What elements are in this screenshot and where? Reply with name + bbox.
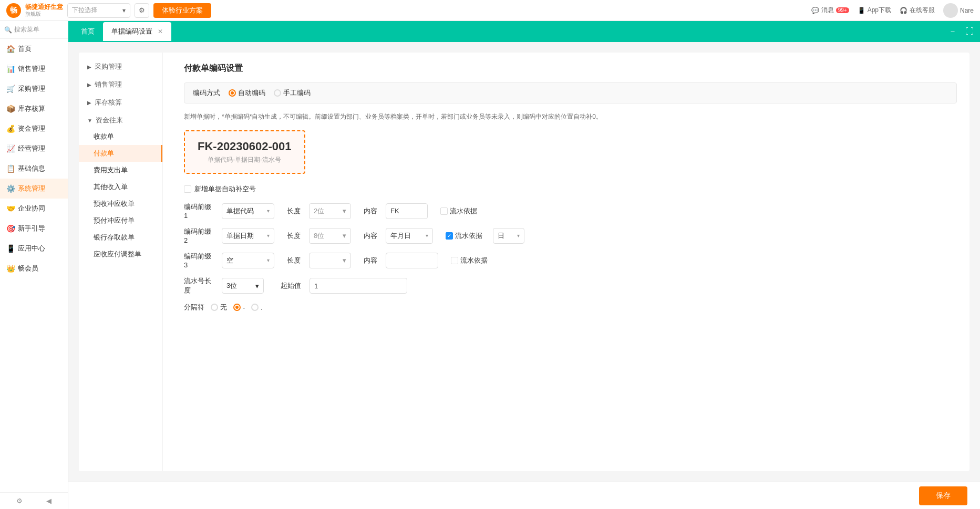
sub-menu-item-adjust[interactable]: 应收应付调整单: [79, 246, 162, 263]
sub-menu-header-purchase[interactable]: ▶ 采购管理: [79, 59, 162, 75]
code-preview-sub: 单据代码-单据日期-流水号: [198, 155, 292, 164]
collapse-icon[interactable]: ◀: [46, 497, 51, 505]
sidebar-item-enterprise[interactable]: 🤝 企业协同: [0, 199, 68, 219]
auto-code-radio[interactable]: 自动编码: [229, 88, 265, 98]
sidebar-item-inventory[interactable]: 📦 库存核算: [0, 99, 68, 119]
sub-menu-group-inventory: ▶ 库存核算: [79, 95, 162, 110]
tabbar-right: － ⛶: [946, 25, 976, 38]
sidebar-item-home[interactable]: 🏠 首页: [0, 39, 68, 59]
prefix2-length-select[interactable]: 8位 ▾: [309, 228, 351, 244]
manual-code-radio[interactable]: 手工编码: [274, 88, 311, 98]
tab-close-icon[interactable]: ✕: [158, 28, 163, 35]
prefix1-content-input: FK: [386, 203, 428, 219]
new-record-checkbox[interactable]: [184, 185, 191, 193]
sub-menu-header-inventory[interactable]: ▶ 库存核算: [79, 95, 162, 110]
tab-home[interactable]: 首页: [73, 22, 103, 41]
prefix2-arrow-icon: ▾: [267, 233, 270, 238]
experience-btn[interactable]: 体验行业方案: [153, 3, 211, 18]
prefix2-period-select[interactable]: 日 ▾: [493, 228, 524, 244]
prefix2-select[interactable]: 单据日期 ▾: [222, 228, 274, 244]
prefix3-length-label: 长度: [287, 256, 301, 265]
prefix1-serial-checkbox[interactable]: 流水依据: [440, 206, 477, 216]
sep-none-option[interactable]: 无: [211, 303, 227, 312]
main-layout: 🔍 搜索菜单 🏠 首页 📊 销售管理 🛒 采购管理 📦 库存核算 💰 资金管理 …: [0, 21, 980, 509]
arrow-right-icon: ▶: [87, 64, 91, 70]
sub-menu-item-pre-receive[interactable]: 预收冲应收单: [79, 195, 162, 212]
sub-menu-item-receipt[interactable]: 收款单: [79, 128, 162, 145]
encoding-mode-label: 编码方式: [193, 88, 220, 98]
serial-length-select[interactable]: 3位 ▾: [222, 278, 264, 294]
prefix3-length-select[interactable]: ▾: [309, 253, 351, 268]
prefix3-select[interactable]: 空 ▾: [222, 253, 274, 268]
basic-icon: 📋: [6, 164, 15, 173]
prefix3-serial-checkbox[interactable]: 流水依据: [451, 256, 488, 265]
save-button[interactable]: 保存: [919, 486, 967, 505]
sub-menu-item-other-income[interactable]: 其他收入单: [79, 179, 162, 195]
sidebar-item-finance[interactable]: 💰 资金管理: [0, 119, 68, 139]
system-icon: ⚙️: [6, 184, 15, 193]
sidebar-item-member[interactable]: 👑 畅会员: [0, 258, 68, 278]
sidebar-item-appstore[interactable]: 📱 应用中心: [0, 238, 68, 258]
prefix1-select[interactable]: 单据代码 ▾: [222, 203, 274, 219]
sub-menu-item-bank-deposit[interactable]: 银行存取款单: [79, 229, 162, 246]
prefix3-length-arrow-icon: ▾: [343, 256, 346, 264]
separator-row: 分隔符 无 - .: [184, 303, 957, 312]
sidebar-search[interactable]: 🔍 搜索菜单: [0, 21, 68, 39]
message-icon: 💬: [811, 7, 819, 14]
prefix2-content-select[interactable]: 年月日 ▾: [386, 228, 433, 244]
purchase-icon: 🛒: [6, 85, 15, 93]
code-preview-main: FK-20230602-001: [198, 140, 292, 153]
prefix1-length-select[interactable]: 2位 ▾: [309, 203, 351, 219]
sub-menu: ▶ 采购管理 ▶ 销售管理 ▶ 库存核算: [79, 53, 163, 471]
minimize-icon[interactable]: －: [946, 25, 959, 38]
sub-menu-header-sales[interactable]: ▶ 销售管理: [79, 77, 162, 92]
finance-icon: 💰: [6, 124, 15, 133]
tabbar: 首页 单据编码设置 ✕ － ⛶: [68, 21, 980, 42]
sidebar-item-guide[interactable]: 🎯 新手引导: [0, 219, 68, 238]
settings-icon[interactable]: ⚙: [135, 3, 149, 18]
avatar: [943, 3, 958, 18]
prefix3-arrow-icon: ▾: [267, 257, 270, 263]
home-icon: 🏠: [6, 45, 15, 53]
maximize-icon[interactable]: ⛶: [963, 25, 976, 38]
tab-single-code[interactable]: 单据编码设置 ✕: [103, 22, 171, 41]
prefix3-content-label: 内容: [364, 256, 377, 265]
encoding-mode-row: 编码方式 自动编码 手工编码: [184, 82, 957, 103]
settings-bottom-icon[interactable]: ⚙: [16, 497, 23, 505]
sidebar-item-sales[interactable]: 📊 销售管理: [0, 59, 68, 79]
company-dropdown[interactable]: 下拉选择 ▾: [67, 3, 130, 18]
code-preview: FK-20230602-001 单据代码-单据日期-流水号: [184, 130, 305, 174]
app-download-btn[interactable]: 📱 App下载: [858, 6, 891, 15]
page-content: ▶ 采购管理 ▶ 销售管理 ▶ 库存核算: [68, 42, 980, 482]
prefix2-serial-checkbox[interactable]: ✓ 流水依据: [446, 231, 482, 241]
separator-label: 分隔符: [184, 303, 204, 312]
sub-menu-item-payment[interactable]: 付款单: [79, 145, 162, 162]
arrow-right-icon3: ▶: [87, 100, 91, 106]
sidebar-item-purchase[interactable]: 🛒 采购管理: [0, 79, 68, 99]
user-avatar-area[interactable]: Nare: [943, 3, 974, 18]
arrow-right-icon2: ▶: [87, 82, 91, 88]
sep-dash-option[interactable]: -: [233, 304, 245, 311]
sep-dot-radio: [251, 304, 259, 311]
sep-dot-option[interactable]: .: [251, 304, 263, 311]
messages-btn[interactable]: 💬 消息 99+: [811, 6, 849, 15]
topbar-right: 💬 消息 99+ 📱 App下载 🎧 在线客服 Nare: [811, 3, 974, 18]
prefix3-serial-checkbox-box: [451, 257, 458, 264]
bottom-bar: 保存: [68, 482, 980, 509]
sub-menu-item-pre-pay[interactable]: 预付冲应付单: [79, 212, 162, 229]
online-service-btn[interactable]: 🎧 在线客服: [900, 6, 935, 15]
prefix3-label: 编码前缀3: [184, 252, 213, 269]
chevron-down-icon: ▾: [122, 7, 126, 14]
sidebar-item-operations[interactable]: 📈 经营管理: [0, 139, 68, 159]
sub-menu-item-expense[interactable]: 费用支出单: [79, 162, 162, 179]
prefix2-serial-checkbox-box: ✓: [446, 232, 453, 240]
sidebar-item-basic[interactable]: 📋 基础信息: [0, 159, 68, 179]
start-value-input[interactable]: [310, 278, 407, 294]
sidebar-item-system[interactable]: ⚙️ 系统管理: [0, 179, 68, 199]
topbar: 畅 畅捷通好生意 旗舰版 下拉选择 ▾ ⚙ 体验行业方案 💬 消息 99+ 📱 …: [0, 0, 980, 21]
arrow-down-icon: ▼: [87, 118, 92, 123]
brand-sub: 旗舰版: [25, 11, 63, 17]
new-record-row: 新增单据自动补空号: [184, 184, 957, 194]
prefix2-row: 编码前缀2 单据日期 ▾ 长度 8位 ▾ 内容 年月日: [184, 227, 957, 244]
sub-menu-header-finance[interactable]: ▼ 资金往来: [79, 112, 162, 128]
